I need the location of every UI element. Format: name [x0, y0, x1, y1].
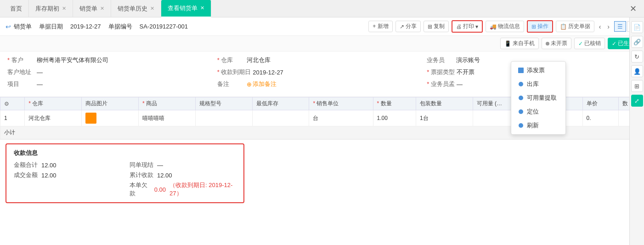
col-settings[interactable]: ⚙ [0, 97, 25, 110]
sidebar-grid-button[interactable]: ⊞ [631, 80, 643, 92]
current-due-row: 本单欠款 0.00 （收款到期日: 2019-12-27） [130, 181, 236, 198]
row-sales-unit: 台 [309, 110, 373, 126]
doc-header: ↩ 销货单 单据日期 2019-12-27 单据编号 SA-20191227-0… [0, 17, 644, 36]
right-sidebar: 📄 🔗 ↻ 👤 ⊞ ⤢ [629, 17, 644, 245]
col-package-qty: 包装数量 [416, 97, 473, 110]
copy-button[interactable]: ⊞ 复制 [424, 21, 449, 32]
col-product: * 商品 [139, 97, 196, 110]
tab-bar: 首页 库存期初 ✕ 销货单 ✕ 销货单历史 ✕ 查看销货单 ✕ ✕ [0, 0, 644, 17]
add-invoice-label: 添发票 [527, 66, 545, 74]
staff2-value: — [457, 81, 463, 88]
new-button[interactable]: + 新增 [368, 21, 392, 32]
prev-button[interactable]: ‹ [597, 22, 603, 31]
tab-sales-label: 销货单 [79, 5, 97, 13]
operations-dropdown: 添发票 出库 可用量提取 定位 刷新 [511, 61, 566, 135]
tab-inventory-label: 库存期初 [35, 5, 59, 13]
locate-icon [518, 108, 524, 115]
col-quantity: * 数量 [373, 97, 416, 110]
col-spec: 规格型号 [195, 97, 252, 110]
tab-home[interactable]: 首页 [4, 0, 29, 17]
payment-grid: 金额合计 12.00 同单现结 — 成交金额 12.00 累计收款 12.00 … [14, 161, 236, 198]
check-label: 已核销 [584, 40, 601, 47]
doc-number-label: 单据编号 [108, 23, 132, 31]
due-date-value: 2019-12-27 [253, 69, 283, 76]
locate-label: 定位 [527, 108, 539, 116]
dropdown-locate[interactable]: 定位 [511, 105, 565, 119]
same-bill-label: 同单现结 [130, 161, 153, 169]
cumulative-label: 累计收款 [130, 171, 153, 179]
history-button[interactable]: 📋 历史单据 [556, 21, 594, 32]
dropdown-add-invoice[interactable]: 添发票 [511, 63, 565, 77]
note-label: 备注 [217, 80, 245, 88]
list-view-button[interactable]: ☰ [614, 21, 626, 32]
operations-button[interactable]: ⊞ 操作 [527, 20, 553, 33]
doc-date-value: 2019-12-27 [70, 23, 101, 30]
same-bill-row: 同单现结 — [130, 161, 236, 169]
customer-field: 客户 柳州粤港平安气体有限公司 [7, 56, 217, 64]
row-product: 嘻嘻嘻嘻 [139, 110, 196, 126]
project-field: 项目 — [7, 80, 217, 88]
due-date-field: 收款到期日 2019-12-27 [217, 68, 427, 76]
logistics-button[interactable]: 🚚 物流信息 [486, 21, 524, 32]
sidebar-expand-button[interactable]: ⤢ [631, 95, 643, 107]
from-phone-button[interactable]: 📱 来自手机 [500, 38, 539, 49]
project-label: 项目 [7, 80, 35, 88]
quantity-extract-icon [518, 95, 524, 101]
print-icon: 🖨 [456, 23, 462, 30]
row-unit-price: 0. [582, 110, 618, 126]
refresh-label: 刷新 [527, 121, 539, 130]
staff2-label: 业务员孟 [427, 80, 455, 88]
current-due-value: 0.00 [154, 186, 166, 193]
window-close-button[interactable]: ✕ [626, 4, 640, 14]
next-button[interactable]: › [605, 22, 611, 31]
print-button[interactable]: 🖨 打印 ▾ [452, 20, 483, 33]
dropdown-out-warehouse[interactable]: 出库 [511, 77, 565, 91]
logistics-icon: 🚚 [490, 23, 497, 30]
new-button-label: + 新增 [373, 23, 388, 30]
note-field: 备注 ⊕ 添加备注 [217, 80, 427, 88]
doc-date-label: 单据日期 [39, 23, 63, 31]
deal-amount-label: 成交金额 [14, 171, 38, 179]
sidebar-doc-button[interactable]: 📄 [631, 21, 643, 33]
tab-view-sales[interactable]: 查看销货单 ✕ [161, 0, 211, 17]
amount-total-value: 12.00 [41, 162, 56, 169]
phone-icon: 📱 [504, 40, 511, 47]
same-bill-value: — [157, 162, 163, 169]
out-warehouse-icon [518, 81, 524, 87]
col-product-img: 商品图片 [82, 97, 139, 110]
check-button[interactable]: ✓ 已核销 [574, 38, 605, 49]
tab-sales-history-label: 销货单历史 [118, 5, 147, 13]
dropdown-refresh[interactable]: 刷新 [511, 119, 565, 132]
sidebar-user-button[interactable]: 👤 [631, 65, 643, 77]
dropdown-quantity-extract[interactable]: 可用量提取 [511, 91, 565, 105]
tab-sales-history[interactable]: 销货单历史 ✕ [111, 0, 161, 17]
col-unit-price: 单价 [582, 97, 618, 110]
product-image [85, 113, 96, 124]
tab-sales[interactable]: 销货单 ✕ [73, 0, 111, 17]
row-warehouse: 河北仓库 [25, 110, 82, 126]
sidebar-link-button[interactable]: 🔗 [631, 36, 643, 48]
share-button-label: 分享 [406, 23, 417, 30]
tab-view-sales-close[interactable]: ✕ [200, 5, 204, 11]
tab-inventory[interactable]: 库存期初 ✕ [29, 0, 73, 17]
tab-sales-history-close[interactable]: ✕ [150, 6, 154, 11]
add-note-button[interactable]: ⊕ 添加备注 [247, 80, 277, 88]
tab-view-sales-label: 查看销货单 [168, 4, 198, 12]
not-open-button[interactable]: 未开票 [542, 38, 571, 49]
add-note-label: 添加备注 [253, 80, 277, 88]
tab-sales-close[interactable]: ✕ [100, 6, 104, 11]
share-button[interactable]: ↗ 分享 [395, 21, 421, 32]
history-button-label: 历史单据 [568, 23, 590, 30]
amount-total-row: 金额合计 12.00 [14, 161, 120, 169]
out-warehouse-label: 出库 [527, 80, 539, 88]
staff-label: 业务员 [427, 56, 454, 64]
sidebar-refresh-button[interactable]: ↻ [631, 51, 643, 63]
from-phone-label: 来自手机 [513, 40, 535, 47]
doc-number-value: SA-20191227-001 [140, 23, 188, 30]
deal-amount-row: 成交金额 12.00 [14, 171, 120, 179]
row-package-qty: 1台 [416, 110, 473, 126]
not-open-dot [546, 42, 549, 46]
main-content: ↩ 销货单 单据日期 2019-12-27 单据编号 SA-20191227-0… [0, 17, 644, 245]
cumulative-value: 12.00 [157, 172, 172, 179]
tab-inventory-close[interactable]: ✕ [62, 6, 66, 11]
